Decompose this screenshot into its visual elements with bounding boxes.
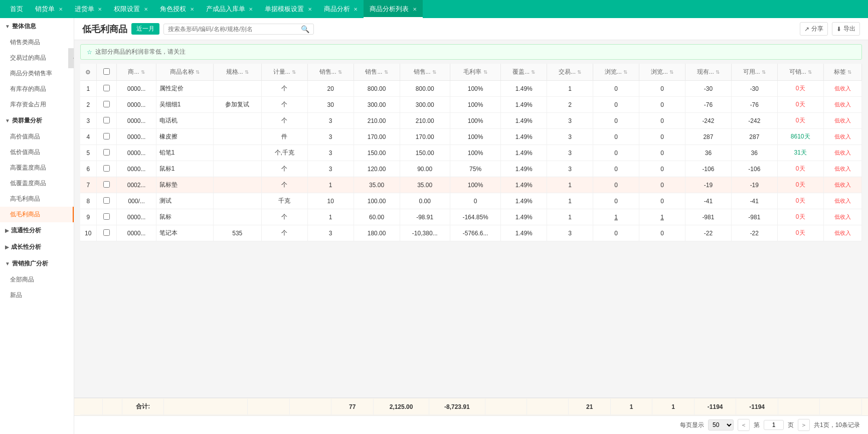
select-all-checkbox[interactable] [103,68,110,75]
sidebar-item-low-margin[interactable]: 低毛利商品 [0,207,74,222]
per-page-select[interactable]: 50 20 100 [708,419,734,430]
nav-close-role[interactable]: ✕ [190,7,194,12]
td-gross-rate: 100% [450,129,500,145]
row-checkbox[interactable] [103,181,110,188]
sidebar-item-new-goods[interactable]: 新品 [0,287,74,303]
sidebar-item-stocked-goods[interactable]: 有库存的商品 [0,81,74,97]
td-check[interactable] [96,97,117,113]
th-sales-amount[interactable]: 销售... ⇅ [400,64,450,81]
th-sales-price[interactable]: 销售... ⇅ [354,64,400,81]
nav-close-product[interactable]: ✕ [249,7,253,12]
sidebar-item-high-value[interactable]: 高价值商品 [0,129,74,144]
td-check[interactable] [96,209,117,225]
row-checkbox[interactable] [103,101,110,107]
view2-link[interactable]: 1 [660,214,664,221]
th-code[interactable]: 商... ⇅ [117,64,156,81]
th-spec[interactable]: 规格... ⇅ [213,64,261,81]
td-check[interactable] [96,225,117,241]
row-checkbox[interactable] [103,133,110,139]
sidebar-group-cluster[interactable]: ▼ 类群量分析 [0,112,74,129]
nav-goods-analysis[interactable]: 商品分析 ✕ [318,0,364,18]
td-check[interactable] [96,145,117,161]
date-filter-button[interactable]: 近一月 [131,23,159,35]
td-sellable: 0天 [777,161,823,177]
row-checkbox[interactable] [103,213,110,220]
sidebar-group-flow[interactable]: ▶ 流通性分析 [0,222,74,239]
row-checkbox[interactable] [103,197,110,204]
row-checkbox[interactable] [103,165,110,172]
nav-close-permission[interactable]: ✕ [144,7,148,12]
export-button[interactable]: ⬇ 导出 [832,22,860,36]
nav-close-list[interactable]: ✕ [413,7,417,12]
th-tag[interactable]: 标签 ⇅ [823,64,861,81]
nav-close-sales[interactable]: ✕ [59,7,63,12]
td-available: 287 [731,129,777,145]
row-checkbox[interactable] [103,149,110,156]
td-check[interactable] [96,161,117,177]
th-sellable[interactable]: 可销... ⇅ [777,64,823,81]
th-sales-qty[interactable]: 销售... ⇅ [307,64,354,81]
th-current-stock[interactable]: 现有... ⇅ [685,64,731,81]
nav-goods-analysis-list[interactable]: 商品分析列表 ✕ [364,0,423,18]
th-settings[interactable]: ⚙ [80,64,96,81]
sidebar-item-sales-goods[interactable]: 销售类商品 [0,35,74,50]
th-available[interactable]: 可用... ⇅ [731,64,777,81]
row-checkbox[interactable] [103,85,110,91]
td-check[interactable] [96,129,117,145]
td-view1: 0 [593,113,639,129]
th-coverage[interactable]: 覆盖... ⇅ [501,64,547,81]
nav-permission[interactable]: 权限设置 ✕ [108,0,154,18]
sidebar-item-stock-capital[interactable]: 库存资金占用 [0,97,74,112]
td-check[interactable] [96,113,117,129]
th-view2[interactable]: 浏览... ⇅ [639,64,685,81]
td-check[interactable] [96,193,117,209]
td-unit: 千克 [261,193,307,209]
td-view2: 0 [639,97,685,113]
sidebar-group-growth[interactable]: ▶ 成长性分析 [0,239,74,255]
view1-link[interactable]: 1 [614,214,618,221]
td-check[interactable] [96,81,117,97]
th-checkbox[interactable] [96,64,117,81]
sidebar-item-low-value[interactable]: 低价值商品 [0,144,74,160]
sidebar-item-traded-goods[interactable]: 交易过的商品 [0,50,74,66]
nav-template[interactable]: 单据模板设置 ✕ [259,0,318,18]
page-number-input[interactable] [764,420,784,430]
search-input[interactable] [168,26,301,33]
nav-sales-order[interactable]: 销货单 ✕ [29,0,69,18]
row-checkbox[interactable] [103,117,110,123]
search-icon[interactable]: 🔍 [301,25,309,33]
nav-close-goods[interactable]: ✕ [354,7,358,12]
share-button[interactable]: ↗ 分享 [800,22,828,36]
td-view1: 0 [593,145,639,161]
sidebar-group-marketing[interactable]: ▼ 营销推广分析 [0,255,74,272]
nav-close-purchase[interactable]: ✕ [98,7,102,12]
td-name: 属性定价 [156,81,213,97]
sidebar-item-low-coverage[interactable]: 低覆盖度商品 [0,176,74,191]
row-checkbox[interactable] [103,229,110,236]
nav-purchase[interactable]: 进货单 ✕ [69,0,108,18]
sidebar-item-category-rate[interactable]: 商品分类销售率 [0,66,74,81]
td-code: 0000... [117,129,156,145]
sidebar-collapse-btn[interactable]: 《 [68,48,74,68]
th-view1[interactable]: 浏览... ⇅ [593,64,639,81]
nav-product-entry[interactable]: 产成品入库单 ✕ [200,0,259,18]
nav-home[interactable]: 首页 [4,0,29,18]
next-page-btn[interactable]: ＞ [798,419,810,431]
prev-page-btn[interactable]: ＜ [738,419,750,431]
sidebar-item-high-coverage[interactable]: 高覆盖度商品 [0,160,74,176]
header-actions: ↗ 分享 ⬇ 导出 [800,22,860,36]
nav-role-auth[interactable]: 角色授权 ✕ [154,0,200,18]
th-unit[interactable]: 计量... ⇅ [261,64,307,81]
search-box[interactable]: 🔍 [163,24,314,35]
td-coverage: 1.49% [501,81,547,97]
sidebar-item-high-margin[interactable]: 高毛利商品 [0,191,74,207]
td-check[interactable] [96,177,117,193]
td-sellable: 0天 [777,193,823,209]
th-name[interactable]: 商品名称 ⇅ [156,64,213,81]
th-gross-rate[interactable]: 毛利率 ⇅ [450,64,500,81]
nav-close-template[interactable]: ✕ [308,7,312,12]
sidebar-group-overall[interactable]: ▼ 整体信息 [0,18,74,35]
sidebar-item-all-goods[interactable]: 全部商品 [0,272,74,287]
td-current-stock: -19 [685,177,731,193]
th-trade[interactable]: 交易... ⇅ [547,64,593,81]
